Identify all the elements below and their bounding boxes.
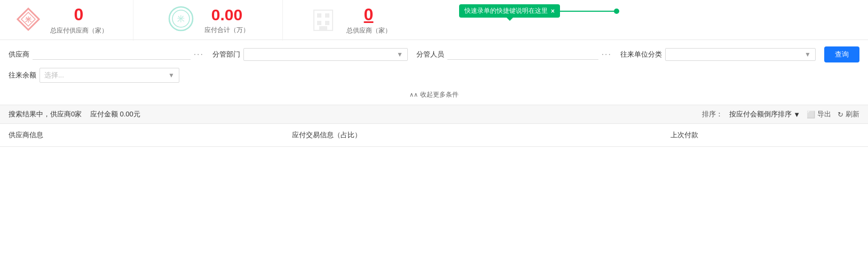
unit-category-chevron-icon: ▼ [804,51,811,58]
balance-chevron-icon: ▼ [168,72,175,79]
collapse-up-icon: ∧∧ [409,91,418,98]
unit-category-label: 往来单位分类 [620,50,662,59]
logo-icon: 米 [15,6,42,34]
table-header: 供应商信息 应付交易信息（占比） 上次付款 [0,124,868,147]
collapse-row: ∧∧ 收起更多条件 [9,88,859,105]
tooltip-dot [614,9,619,14]
results-info-text: 搜索结果中，供应商0家 [9,110,82,118]
table-body [0,147,868,254]
col-supplier-info: 供应商信息 [9,130,292,140]
building-icon [309,6,338,34]
mint-icon: 米 [167,4,196,35]
payable-total-label: 应付合计（万） [204,26,249,35]
collapse-button[interactable]: ∧∧ 收起更多条件 [409,90,459,99]
department-chevron-icon: ▼ [397,51,403,58]
balance-filter: 往来余额 选择... ▼ [9,68,179,83]
col-last-payment: 上次付款 [670,130,859,140]
stats-bar: 米 0 总应付供应商（家） 米 0.00 应付合计（万） [0,0,868,40]
refresh-button[interactable]: ↻ 刷新 [838,109,859,119]
filter-row-1: 供应商 ··· 分管部门 ▼ 分管人员 ··· 往来单位分类 ▼ [9,46,859,62]
svg-rect-8 [325,13,329,18]
supplier-filter: 供应商 ··· [9,49,204,60]
export-icon: ⬜ [807,111,815,119]
tooltip-close[interactable]: × [551,7,555,15]
filter-row-2: 往来余额 选择... ▼ [9,68,179,83]
collapse-label: 收起更多条件 [420,90,459,99]
col-payable-transaction: 应付交易信息（占比） [292,130,670,140]
svg-rect-10 [325,21,329,25]
svg-rect-11 [319,26,327,30]
filter-bar: 供应商 ··· 分管部门 ▼ 分管人员 ··· 往来单位分类 ▼ [0,40,868,105]
tooltip-badge: 快速录单的快捷键说明在这里 × [459,4,560,18]
sort-option-label: 按应付会额倒序排序 [729,109,792,119]
results-actions: 排序： 按应付会额倒序排序 ▼ ⬜ 导出 ↻ 刷新 [702,109,859,119]
results-amount-text: 应付金额 0.00元 [90,110,140,118]
balance-select[interactable]: 选择... ▼ [40,68,179,83]
query-button[interactable]: 查询 [824,46,859,62]
refresh-label: 刷新 [846,109,859,119]
supplier-label: 供应商 [9,50,29,59]
results-bar: 搜索结果中，供应商0家 应付金额 0.00元 排序： 按应付会额倒序排序 ▼ ⬜… [0,105,868,124]
person-label: 分管人员 [416,50,444,59]
payable-total-number: 0.00 [211,5,242,25]
unit-category-select[interactable]: ▼ [665,48,816,61]
department-select[interactable]: ▼ [243,48,408,61]
balance-label: 往来余额 [9,70,36,80]
tooltip-text: 快速录单的快捷键说明在这里 [464,6,548,15]
total-suppliers-number: 0 [364,4,374,25]
total-suppliers-label: 总供应商（家） [346,26,391,35]
person-filter: 分管人员 ··· [416,49,612,60]
total-payable-suppliers-number: 0 [74,4,84,25]
sort-label: 排序： [702,109,723,119]
balance-placeholder: 选择... [44,70,64,80]
unit-category-filter: 往来单位分类 ▼ [620,48,816,61]
svg-text:米: 米 [25,16,32,23]
supplier-input[interactable] [33,49,191,60]
total-payable-suppliers-label: 总应付供应商（家） [50,26,108,35]
export-label: 导出 [817,109,831,119]
department-filter: 分管部门 ▼ [212,48,408,61]
svg-rect-9 [317,21,321,25]
refresh-icon: ↻ [838,111,843,119]
sort-dropdown[interactable]: 按应付会额倒序排序 ▼ [729,109,800,119]
person-dots[interactable]: ··· [602,50,612,59]
department-label: 分管部门 [212,50,240,59]
svg-rect-7 [317,13,321,18]
person-input[interactable] [447,49,598,60]
svg-text:米: 米 [177,14,185,23]
results-info: 搜索结果中，供应商0家 应付金额 0.00元 [9,109,140,119]
sort-chevron-icon: ▼ [793,111,800,119]
supplier-dots[interactable]: ··· [194,50,204,59]
export-button[interactable]: ⬜ 导出 [807,109,831,119]
tooltip-line [555,11,619,12]
